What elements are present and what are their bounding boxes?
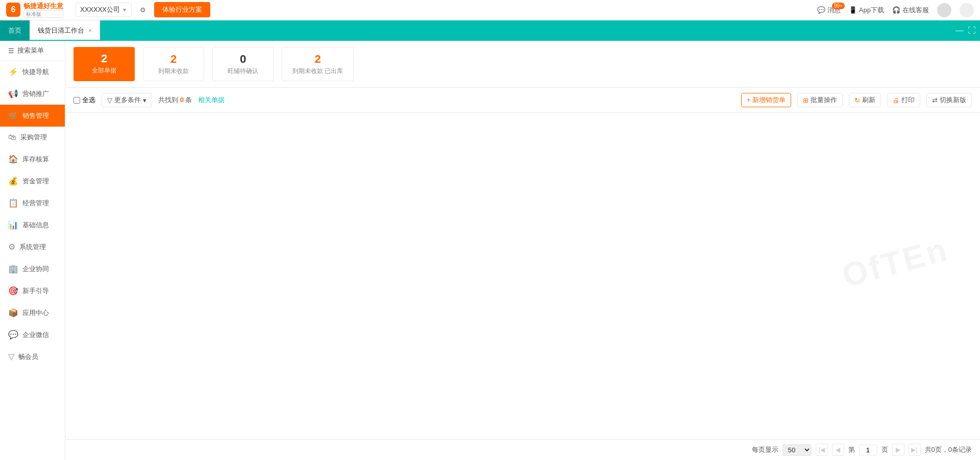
trial-button[interactable]: 体验行业方案 <box>154 2 210 17</box>
page-first-button[interactable]: |◀ <box>816 444 828 456</box>
stats-tab-pending-confirm[interactable]: 0 旺辅待确认 <box>212 47 274 81</box>
table-area: OfTEn <box>65 113 980 439</box>
logo-icon: 6 <box>6 3 20 17</box>
sidebar-item-marketing[interactable]: 📢 营销推广 <box>0 83 65 105</box>
refresh-icon: ↻ <box>854 96 860 104</box>
page-last-button[interactable]: ▶| <box>909 444 921 456</box>
tab-home[interactable]: 首页 <box>0 20 30 41</box>
sidebar-label-quick-nav: 快捷导航 <box>22 67 49 77</box>
service-icon: 🎧 <box>892 6 900 14</box>
logo-area: 6 畅捷通好生意 标准版 <box>6 2 71 18</box>
select-all-label: 全选 <box>82 95 95 105</box>
sidebar-label-guide: 新手引导 <box>22 286 49 296</box>
logo-text: 畅捷通好生意 标准版 <box>23 2 63 18</box>
stats-tab-pending-num: 0 <box>223 53 263 66</box>
sidebar-label-operations: 经营管理 <box>22 199 49 208</box>
stats-tab-all[interactable]: 2 全部单据 <box>74 47 135 81</box>
sidebar-label-system: 系统管理 <box>19 243 46 252</box>
page-size-select[interactable]: 50 100 200 <box>782 444 812 456</box>
app-download-label: App下载 <box>859 6 884 15</box>
new-sale-label: + 新增销货单 <box>747 95 786 105</box>
sidebar-item-enterprise[interactable]: 🏢 企业协同 <box>0 258 65 280</box>
header-left: 6 畅捷通好生意 标准版 XXXXXX公司 ▼ ⚙ 体验行业方案 <box>6 2 210 18</box>
company-name: XXXXXX公司 <box>80 5 120 14</box>
basic-info-icon: 📊 <box>8 220 18 230</box>
switch-label: 切换新版 <box>940 95 966 105</box>
stats-tab-all-num: 2 <box>84 52 125 65</box>
filter-button[interactable]: ▽ 更多条件 ▾ <box>102 93 152 107</box>
select-all-input[interactable] <box>74 97 80 104</box>
sidebar-item-system[interactable]: ⚙ 系统管理 <box>0 236 65 258</box>
stats-tab-due-not-out-num: 2 <box>292 53 343 66</box>
logo-text-block: 畅捷通好生意 标准版 <box>23 2 63 18</box>
found-prefix: 共找到 <box>158 96 178 104</box>
tab-close-icon[interactable]: × <box>88 27 92 34</box>
refresh-button[interactable]: ↻ 刷新 <box>849 93 881 107</box>
search-menu-label: 搜索菜单 <box>17 46 44 55</box>
page-next-button[interactable]: ▶ <box>892 444 904 456</box>
refresh-label: 刷新 <box>862 95 875 105</box>
print-button[interactable]: 🖨 打印 <box>887 93 920 107</box>
print-icon: 🖨 <box>893 96 899 104</box>
filter-label: 更多条件 <box>114 95 141 105</box>
search-menu-item[interactable]: ☰ 搜索菜单 <box>0 41 65 61</box>
tab-minimize-icon[interactable]: — <box>955 26 964 35</box>
sidebar-item-wechat[interactable]: 💬 企业微信 <box>0 324 65 346</box>
purchase-icon: 🛍 <box>8 133 16 142</box>
batch-label: 批量操作 <box>811 95 837 105</box>
new-sale-button[interactable]: + 新增销货单 <box>741 93 791 107</box>
tab-expand-icon[interactable]: ⛶ <box>968 26 976 35</box>
stats-tab-due-unpaid[interactable]: 2 到期未收款 <box>143 47 204 81</box>
switch-new-button[interactable]: ⇄ 切换新版 <box>926 93 972 107</box>
sidebar-label-purchase: 采购管理 <box>20 133 47 142</box>
online-service-button[interactable]: 🎧 在线客服 <box>892 6 929 15</box>
stats-tab-all-label: 全部单据 <box>84 66 125 75</box>
found-count: 0 <box>180 96 184 104</box>
sidebar-item-operations[interactable]: 📋 经营管理 <box>0 192 65 214</box>
sidebar-item-apps[interactable]: 📦 应用中心 <box>0 302 65 324</box>
batch-icon: ⊞ <box>803 96 808 104</box>
switch-icon: ⇄ <box>932 96 938 104</box>
sales-icon: 🛒 <box>8 111 18 120</box>
toolbar-right: + 新增销货单 ⊞ 批量操作 ↻ 刷新 🖨 打印 ⇄ 切换新版 <box>741 93 972 107</box>
page-input[interactable] <box>859 445 877 455</box>
settings-button[interactable]: ⚙ <box>136 3 150 17</box>
sidebar-item-purchase[interactable]: 🛍 采购管理 <box>0 127 65 148</box>
select-all-checkbox[interactable]: 全选 <box>74 95 95 105</box>
tab-qianhuoqingzuotai[interactable]: 钱货日清工作台 × <box>30 20 100 41</box>
sidebar-item-sales[interactable]: 🛒 销售管理 <box>0 105 65 127</box>
page-prev-button[interactable]: ◀ <box>832 444 844 456</box>
sidebar-item-guide[interactable]: 🎯 新手引导 <box>0 280 65 302</box>
download-icon: 📱 <box>849 6 857 14</box>
sidebar-item-inventory[interactable]: 🏠 库存核算 <box>0 148 65 170</box>
inventory-icon: 🏠 <box>8 154 18 164</box>
stats-tab-due-not-out-label: 到期未收款 已出库 <box>292 67 343 76</box>
watermark: OfTEn <box>838 230 952 294</box>
sidebar-item-basic-info[interactable]: 📊 基础信息 <box>0 214 65 236</box>
sidebar-label-member: 畅会员 <box>18 352 38 361</box>
batch-button[interactable]: ⊞ 批量操作 <box>797 93 843 107</box>
guide-icon: 🎯 <box>8 286 18 296</box>
avatar[interactable] <box>937 3 951 17</box>
enterprise-icon: 🏢 <box>8 264 18 274</box>
sidebar-item-member[interactable]: ▽ 畅会员 <box>0 346 65 368</box>
chevron-down-icon: ▾ <box>143 96 146 104</box>
sidebar-label-wechat: 企业微信 <box>22 330 49 340</box>
message-badge: 99+ <box>832 3 845 9</box>
chevron-down-icon: ▼ <box>122 7 127 13</box>
stats-tab-pending-label: 旺辅待确认 <box>223 67 263 76</box>
sidebar-label-basic-info: 基础信息 <box>22 221 49 230</box>
app-download-button[interactable]: 📱 App下载 <box>849 6 884 15</box>
stats-tab-due-not-out[interactable]: 2 到期未收款 已出库 <box>282 47 354 81</box>
company-selector[interactable]: XXXXXX公司 ▼ <box>76 3 132 17</box>
sidebar-item-quick-nav[interactable]: ⚡ 快捷导航 <box>0 61 65 83</box>
top-header: 6 畅捷通好生意 标准版 XXXXXX公司 ▼ ⚙ 体验行业方案 💬 消息 99… <box>0 0 980 20</box>
main-content: 2 全部单据 2 到期未收款 0 旺辅待确认 2 到期未收款 已出库 全选 <box>65 41 980 460</box>
stats-tab-due-unpaid-num: 2 <box>154 53 193 66</box>
sidebar-label-inventory: 库存核算 <box>22 155 49 164</box>
apps-icon: 📦 <box>8 308 18 318</box>
related-link[interactable]: 相关单据 <box>198 95 225 105</box>
online-service-label: 在线客服 <box>902 6 929 15</box>
sidebar-item-capital[interactable]: 💰 资金管理 <box>0 170 65 192</box>
message-button[interactable]: 💬 消息 99+ <box>817 6 841 15</box>
